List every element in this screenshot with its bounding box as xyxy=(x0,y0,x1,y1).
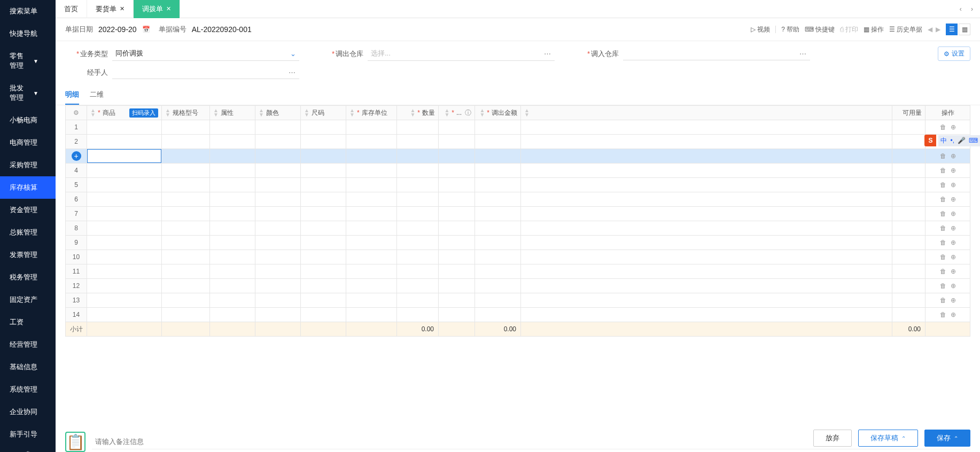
add-row-icon[interactable]: + xyxy=(72,151,81,161)
sidebar-item-7[interactable]: 库存核算 xyxy=(0,176,56,199)
copy-icon[interactable]: ⊕ xyxy=(951,224,956,232)
copy-icon[interactable]: ⊕ xyxy=(951,167,956,174)
tabs-next-icon[interactable]: › xyxy=(967,5,977,13)
save-button[interactable]: 保存⌃ xyxy=(924,430,970,447)
table-row[interactable]: 8🗑⊕ xyxy=(66,221,970,236)
table-row[interactable]: 12🗑⊕ xyxy=(66,279,970,293)
copy-icon[interactable]: ⊕ xyxy=(951,297,956,304)
ime-keyboard-icon[interactable]: ⌨ xyxy=(969,137,978,144)
tab-detail[interactable]: 明细 xyxy=(65,87,79,105)
delete-icon[interactable]: 🗑 xyxy=(940,282,946,290)
tabs-prev-icon[interactable]: ‹ xyxy=(956,5,966,13)
handler-select[interactable]: ⋯ xyxy=(112,66,299,79)
sidebar-item-3[interactable]: 批发管理▼ xyxy=(0,77,56,109)
sidebar-item-2[interactable]: 零售管理▼ xyxy=(0,45,56,77)
delete-icon[interactable]: 🗑 xyxy=(940,268,946,275)
delete-icon[interactable]: 🗑 xyxy=(940,167,946,174)
delete-icon[interactable]: 🗑 xyxy=(940,297,946,304)
tab-2[interactable]: 调拨单✕ xyxy=(134,0,180,18)
sidebar-item-9[interactable]: 总账管理 xyxy=(0,221,56,244)
shortcut-button[interactable]: ⌨快捷键 xyxy=(805,25,835,34)
history-button[interactable]: ☰历史单据 xyxy=(889,25,922,34)
discard-button[interactable]: 放弃 xyxy=(813,430,852,447)
table-row[interactable]: 5🗑⊕ xyxy=(66,178,970,192)
copy-icon[interactable]: ⊕ xyxy=(951,253,956,261)
sidebar-item-17[interactable]: 企业协同 xyxy=(0,401,56,423)
view-grid-icon[interactable]: ▦ xyxy=(959,24,970,35)
delete-icon[interactable]: 🗑 xyxy=(940,253,946,261)
col-attr[interactable]: ▲▼属性 xyxy=(210,106,255,120)
col-amount[interactable]: ▲▼*调出金额 xyxy=(475,106,521,120)
ime-lang[interactable]: 中 xyxy=(940,136,947,145)
close-icon[interactable]: ✕ xyxy=(120,5,125,12)
col-color[interactable]: ▲▼颜色 xyxy=(255,106,301,120)
sidebar-item-11[interactable]: 税务管理 xyxy=(0,266,56,289)
ime-widget[interactable]: S 中 •, 🎤 ⌨ xyxy=(924,135,980,146)
table-row[interactable]: 4🗑⊕ xyxy=(66,163,970,178)
copy-icon[interactable]: ⊕ xyxy=(951,123,956,131)
operate-button[interactable]: ▦操作 xyxy=(864,25,884,34)
col-avail[interactable]: 可用量 xyxy=(892,106,925,120)
scan-button[interactable]: 扫码录入 xyxy=(129,108,158,118)
delete-icon[interactable]: 🗑 xyxy=(940,224,946,232)
video-button[interactable]: ▷视频 xyxy=(751,25,770,34)
sidebar-item-1[interactable]: 快捷导航 xyxy=(0,22,56,45)
doc-date-value[interactable]: 2022-09-20 xyxy=(98,25,137,34)
gear-icon[interactable]: ⚙ xyxy=(25,450,32,452)
sidebar-item-4[interactable]: 小畅电商 xyxy=(0,109,56,131)
out-wh-select[interactable]: 选择... ⋯ xyxy=(368,46,555,61)
view-list-icon[interactable]: ☰ xyxy=(946,24,958,35)
col-spec[interactable]: ▲▼规格型号 xyxy=(162,106,210,120)
table-row[interactable]: 11🗑⊕ xyxy=(66,264,970,279)
sidebar-item-14[interactable]: 经营管理 xyxy=(0,333,56,356)
sidebar-item-8[interactable]: 资金管理 xyxy=(0,199,56,221)
table-row[interactable]: 7🗑⊕ xyxy=(66,207,970,221)
delete-icon[interactable]: 🗑 xyxy=(940,210,946,217)
delete-icon[interactable]: 🗑 xyxy=(940,123,946,131)
nav-next-icon[interactable]: ▶ xyxy=(936,26,940,33)
copy-icon[interactable]: ⊕ xyxy=(951,268,956,275)
help-button[interactable]: ?帮助 xyxy=(781,25,799,34)
info-icon[interactable]: ⓘ xyxy=(465,108,471,118)
sidebar-item-13[interactable]: 工资 xyxy=(0,311,56,333)
col-config[interactable]: ⚙ xyxy=(66,106,87,120)
sidebar-item-12[interactable]: 固定资产 xyxy=(0,289,56,311)
save-draft-button[interactable]: 保存草稿⌃ xyxy=(858,430,918,447)
print-button[interactable]: ⎙打印 xyxy=(840,25,858,34)
table-row[interactable]: +🗑⊕ xyxy=(66,149,970,163)
table-row[interactable]: 14🗑⊕ xyxy=(66,308,970,322)
sidebar-item-16[interactable]: 系统管理 xyxy=(0,378,56,401)
table-row[interactable]: 13🗑⊕ xyxy=(66,293,970,308)
copy-icon[interactable]: ⊕ xyxy=(951,210,956,217)
copy-icon[interactable]: ⊕ xyxy=(951,239,956,246)
sidebar-item-6[interactable]: 采购管理 xyxy=(0,154,56,176)
copy-icon[interactable]: ⊕ xyxy=(951,282,956,290)
sidebar-item-0[interactable]: 搜索菜单 xyxy=(0,0,56,22)
calendar-icon[interactable]: 📅 xyxy=(142,26,150,33)
delete-icon[interactable]: 🗑 xyxy=(940,196,946,203)
sidebar-item-10[interactable]: 发票管理 xyxy=(0,244,56,266)
settings-button[interactable]: ⚙设置 xyxy=(938,46,970,61)
copy-icon[interactable]: ⊕ xyxy=(951,196,956,203)
table-row[interactable]: 10🗑⊕ xyxy=(66,250,970,264)
sidebar-item-5[interactable]: 电商管理 xyxy=(0,131,56,154)
delete-icon[interactable]: 🗑 xyxy=(940,311,946,318)
copy-icon[interactable]: ⊕ xyxy=(951,152,956,160)
table-row[interactable]: 6🗑⊕ xyxy=(66,192,970,207)
sidebar-item-15[interactable]: 基础信息 xyxy=(0,356,56,378)
sidebar-item-18[interactable]: 新手引导 xyxy=(0,423,56,446)
tab-2d[interactable]: 二维 xyxy=(90,87,104,105)
table-row[interactable]: 9🗑⊕ xyxy=(66,236,970,250)
table-row[interactable]: 1🗑⊕ xyxy=(66,120,970,135)
col-price[interactable]: ▲▼*...ⓘ xyxy=(439,106,475,120)
col-size[interactable]: ▲▼尺码 xyxy=(301,106,346,120)
delete-icon[interactable]: 🗑 xyxy=(940,239,946,246)
close-icon[interactable]: ✕ xyxy=(166,5,171,12)
delete-icon[interactable]: 🗑 xyxy=(940,181,946,189)
biz-type-select[interactable]: 同价调拨 ⌄ xyxy=(112,46,299,61)
copy-icon[interactable]: ⊕ xyxy=(951,311,956,318)
copy-icon[interactable]: ⊕ xyxy=(951,181,956,189)
col-product[interactable]: ▲▼*商品扫码录入 xyxy=(87,106,162,120)
delete-icon[interactable]: 🗑 xyxy=(940,152,946,160)
tab-1[interactable]: 要货单✕ xyxy=(87,0,134,18)
